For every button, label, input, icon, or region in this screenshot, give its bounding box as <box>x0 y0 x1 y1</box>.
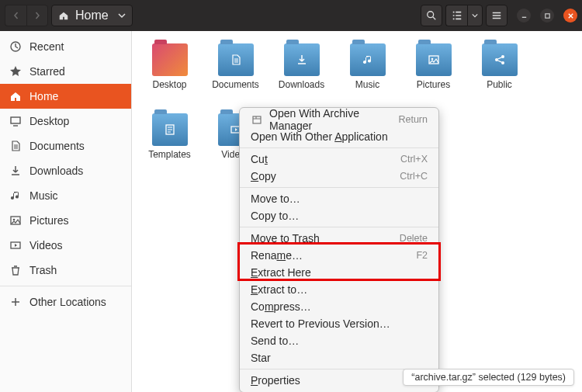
view-buttons <box>445 5 483 26</box>
maximize-button[interactable] <box>540 9 554 23</box>
doc-icon <box>9 140 22 152</box>
folder-desktop[interactable]: Desktop <box>137 39 203 109</box>
menu-item-compress[interactable]: Compress… <box>240 298 438 315</box>
archive-app-icon <box>251 113 263 126</box>
folder-documents[interactable]: Documents <box>203 39 268 109</box>
download-icon <box>9 165 22 177</box>
close-button[interactable] <box>563 9 577 23</box>
menu-item-revert-to-previous-version[interactable]: Revert to Previous Version… <box>240 315 438 332</box>
menu-item-label: Send to… <box>251 335 299 347</box>
sidebar-item-videos[interactable]: Videos <box>0 233 131 258</box>
svg-point-0 <box>428 12 434 18</box>
sidebar-item-documents[interactable]: Documents <box>0 134 131 158</box>
video-icon <box>9 239 22 252</box>
headerbar: Home <box>0 0 582 31</box>
picture-icon <box>416 43 452 76</box>
menu-item-accel: F2 <box>416 250 428 261</box>
share-icon <box>482 43 518 76</box>
window-controls <box>517 9 577 23</box>
menu-item-star[interactable]: Star <box>240 349 438 366</box>
folder-templates[interactable]: Templates <box>137 109 203 179</box>
sidebar-item-home[interactable]: Home <box>0 84 131 109</box>
menu-item-open-with-archive-manager[interactable]: Open With Archive ManagerReturn <box>240 111 438 128</box>
file-label: Music <box>355 79 379 90</box>
list-view-button[interactable] <box>445 5 467 26</box>
sidebar-item-desktop[interactable]: Desktop <box>0 109 131 134</box>
download-icon <box>284 43 320 76</box>
picture-icon <box>9 214 22 227</box>
menu-item-send-to[interactable]: Send to… <box>240 332 438 349</box>
menu-item-copy[interactable]: CopyCtrl+C <box>240 168 438 185</box>
menu-item-accel: Return <box>398 114 428 125</box>
svg-rect-1 <box>545 13 549 17</box>
sidebar-item-label: Pictures <box>29 214 69 227</box>
forward-button[interactable] <box>26 5 48 26</box>
chevron-down-icon <box>118 12 126 19</box>
file-label: Downloads <box>279 79 324 90</box>
music-icon <box>9 189 22 202</box>
sidebar-item-pictures[interactable]: Pictures <box>0 208 131 233</box>
menu-item-label: Properties <box>251 374 300 387</box>
home-icon <box>9 90 22 102</box>
sidebar-item-label: Trash <box>29 264 57 276</box>
sidebar-item-label: Recent <box>29 40 64 53</box>
sidebar-item-starred[interactable]: Starred <box>0 59 131 84</box>
menu-item-accel: Delete <box>400 233 428 244</box>
context-menu: Open With Archive ManagerReturnOpen With… <box>239 107 439 392</box>
sidebar-item-music[interactable]: Music <box>0 183 131 208</box>
path-label: Home <box>75 9 109 23</box>
nav-buttons <box>5 5 48 26</box>
view-dropdown-button[interactable] <box>467 5 483 26</box>
sidebar-item-other-locations[interactable]: Other Locations <box>0 290 131 314</box>
file-label: Templates <box>148 149 191 160</box>
menu-item-open-with-other-application[interactable]: Open With Other Application <box>240 128 438 145</box>
back-button[interactable] <box>5 5 26 26</box>
doc-icon <box>218 43 254 76</box>
desktop-icon <box>9 115 22 127</box>
svg-rect-3 <box>11 117 20 123</box>
menu-item-label: Rename… <box>251 249 303 262</box>
minimize-button[interactable] <box>517 9 531 23</box>
menu-item-rename[interactable]: Rename…F2 <box>240 247 438 264</box>
menu-item-label: Cut <box>251 153 268 165</box>
path-bar[interactable]: Home <box>51 5 133 26</box>
music-icon <box>350 43 386 76</box>
plus-icon <box>9 296 22 308</box>
star-icon <box>9 65 22 78</box>
folder-pictures[interactable]: Pictures <box>400 39 466 109</box>
file-label: Desktop <box>152 79 186 90</box>
menu-item-label: Compress… <box>251 300 311 313</box>
menu-item-cut[interactable]: CutCtrl+X <box>240 151 438 168</box>
menu-item-label: Copy to… <box>251 210 299 222</box>
menu-item-copy-to[interactable]: Copy to… <box>240 207 438 224</box>
sidebar-item-downloads[interactable]: Downloads <box>0 158 131 183</box>
folder-music[interactable]: Music <box>334 39 400 109</box>
menu-button[interactable] <box>486 5 508 26</box>
menu-item-extract-here[interactable]: Extract Here <box>240 264 438 281</box>
sidebar-item-label: Documents <box>29 140 85 152</box>
file-label: Pictures <box>417 79 450 90</box>
menu-item-label: Open With Other Application <box>251 130 388 143</box>
menu-item-label: Open With Archive Manager <box>269 107 398 132</box>
sidebar-item-recent[interactable]: Recent <box>0 34 131 59</box>
sidebar-item-label: Music <box>29 189 58 202</box>
menu-item-label: Copy <box>251 170 276 182</box>
sidebar-item-label: Other Locations <box>29 296 106 308</box>
menu-item-move-to[interactable]: Move to… <box>240 190 438 207</box>
menu-item-extract-to[interactable]: Extract to… <box>240 281 438 298</box>
svg-point-5 <box>13 219 16 221</box>
sidebar-item-label: Desktop <box>29 115 69 127</box>
svg-point-8 <box>431 58 433 61</box>
menu-item-accel: Ctrl+X <box>400 154 428 165</box>
sidebar-item-label: Starred <box>29 65 65 78</box>
sidebar-item-trash[interactable]: Trash <box>0 258 131 283</box>
sidebar-item-label: Home <box>29 90 58 102</box>
status-bar: “archive.tar.gz” selected (129 bytes) <box>403 369 574 386</box>
file-label: Public <box>487 79 512 90</box>
search-button[interactable] <box>421 5 442 26</box>
menu-item-label: Star <box>251 352 271 364</box>
file-label: Documents <box>212 79 259 90</box>
folder-public[interactable]: Public <box>466 39 532 109</box>
folder-downloads[interactable]: Downloads <box>268 39 334 109</box>
menu-item-move-to-trash[interactable]: Move to TrashDelete <box>240 230 438 247</box>
